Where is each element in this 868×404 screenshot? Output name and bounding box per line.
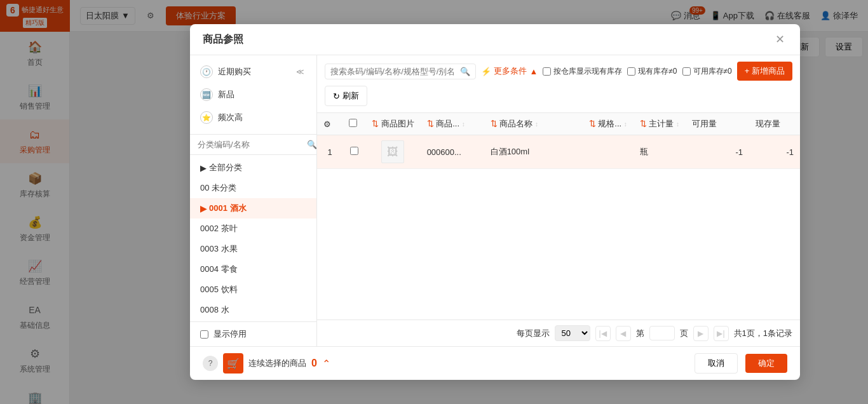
category-search-input[interactable] [198,140,304,149]
left-panel: 🕐 近期购买 ≪ 🆕 新品 ⭐ 频次高 🔍 [190,55,317,346]
quick-link-frequent[interactable]: ⭐ 频次高 [190,106,316,129]
category-0003[interactable]: 0003 水果 [190,239,316,259]
th-stock: 现存量 [749,113,800,135]
cell-spec [583,135,634,169]
filter-arrow-icon: ▲ [529,67,538,76]
table-body: 1 🖼 000600... 白酒100ml 瓶 [317,135,800,169]
select-all-checkbox[interactable] [349,119,357,127]
search-icon[interactable]: 🔍 [460,67,470,76]
category-0004[interactable]: 0004 零食 [190,259,316,279]
cell-name: 白酒100ml [484,135,583,169]
filter-button[interactable]: ⚡ 更多条件 ▲ [481,65,538,77]
recent-icon: 🕐 [200,65,213,78]
arrow-icon: ▶ [200,163,207,173]
selected-count: 0 [311,358,317,369]
th-gear: ⚙ [317,113,342,135]
total-pages-text: 共1页，1条记录 [734,328,792,339]
category-all[interactable]: ▶ 全部分类 [190,158,316,178]
cell-unit: 瓶 [634,135,686,169]
cancel-button[interactable]: 取消 [695,353,738,374]
warehouse-checkbox-label: 按仓库显示现有库存 [543,66,622,77]
modal-close-button[interactable]: ✕ [772,32,787,47]
th-name[interactable]: ⇅ 商品名称 [484,113,583,135]
cell-code: 000600... [421,135,484,169]
category-0005[interactable]: 0005 饮料 [190,279,316,300]
collapse-footer-button[interactable]: ⌃ [322,358,330,370]
category-search[interactable]: 🔍 [190,135,316,155]
th-image: ⇅ 商品图片 [365,113,421,135]
show-disabled-area: 显示停用 [190,321,316,346]
search-input[interactable] [330,67,458,76]
cell-stock: -1 [749,135,800,169]
product-image: 🖼 [381,140,404,163]
available-notzero-checkbox-label: 可用库存≠0 [682,66,732,77]
th-unit[interactable]: ⇅ 主计量 [634,113,686,135]
table-container: ⚙ ⇅ 商品图片 ⇅ [317,113,800,169]
th-code[interactable]: ⇅ 商品... [421,113,484,135]
stock-notzero-checkbox[interactable] [627,67,635,76]
modal-footer: ? 🛒 连续选择的商品 0 ⌃ 取消 确定 [190,346,800,380]
show-disabled-checkbox[interactable] [200,330,208,339]
next-page-button[interactable]: ▶ [693,326,709,341]
quick-link-recent[interactable]: 🕐 近期购买 ≪ [190,60,316,83]
footer-left: ? 🛒 连续选择的商品 0 ⌃ [203,353,687,374]
confirm-button[interactable]: 确定 [745,354,787,373]
refresh-icon: ↻ [333,91,340,101]
star-icon: ⭐ [200,111,213,124]
search-box[interactable]: 🔍 [325,64,476,79]
toolbar: 🔍 ⚡ 更多条件 ▲ 按仓库显示现有库存 现有库存≠0 可用库存≠0 [317,55,800,113]
table-header: ⚙ ⇅ 商品图片 ⇅ [317,113,800,135]
add-product-button[interactable]: + 新增商品 [737,62,792,81]
category-list: ▶ 全部分类 00 未分类 ▶ 0001 酒水 0002 茶叶 0003 水果 [190,155,316,321]
cart-button[interactable]: 🛒 [223,353,243,374]
product-table: ⚙ ⇅ 商品图片 ⇅ [317,113,800,169]
th-spec[interactable]: ⇅ 规格... [583,113,634,135]
th-available: 可用量 [686,113,749,135]
gear-icon[interactable]: ⚙ [323,119,331,129]
cell-image: 🖼 [365,135,421,169]
modal-header: 商品参照 ✕ [190,24,800,55]
product-reference-modal: 商品参照 ✕ 🕐 近期购买 ≪ 🆕 新品 ⭐ 频次高 [190,24,800,380]
refresh-button[interactable]: ↻ 刷新 [325,86,367,106]
help-button[interactable]: ? [203,356,218,371]
row-checkbox[interactable] [350,147,358,155]
first-page-button[interactable]: |◀ [595,326,611,341]
modal-title: 商品参照 [203,33,243,46]
table-row[interactable]: 1 🖼 000600... 白酒100ml 瓶 [317,135,800,169]
new-icon: 🆕 [200,88,213,101]
table-area: ⚙ ⇅ 商品图片 ⇅ [317,113,800,320]
category-search-icon[interactable]: 🔍 [307,140,317,149]
category-0001[interactable]: ▶ 0001 酒水 [190,198,316,219]
cell-checkbox [342,135,365,169]
modal-body: 🕐 近期购买 ≪ 🆕 新品 ⭐ 频次高 🔍 [190,55,800,346]
category-0002[interactable]: 0002 茶叶 [190,219,316,239]
quick-links: 🕐 近期购买 ≪ 🆕 新品 ⭐ 频次高 [190,55,316,135]
last-page-button[interactable]: ▶| [714,326,729,341]
page-input[interactable]: 1 [649,326,675,340]
sort-icon: ⇅ [372,119,379,128]
warehouse-checkbox[interactable] [543,67,551,76]
th-checkbox [342,113,365,135]
prev-page-button[interactable]: ◀ [616,326,631,341]
available-notzero-checkbox[interactable] [682,67,691,76]
pagination: 每页显示 50 20 100 |◀ ◀ 第 1 页 ▶ ▶| 共1页，1条记录 [317,320,800,346]
category-0008[interactable]: 0008 水 [190,300,316,320]
collapse-left-icon[interactable]: ≪ [294,65,306,78]
cell-available: -1 [686,135,749,169]
page-size-select[interactable]: 50 20 100 [555,325,590,341]
active-arrow-icon: ▶ [200,204,207,213]
quick-link-new[interactable]: 🆕 新品 [190,83,316,106]
right-panel: 🔍 ⚡ 更多条件 ▲ 按仓库显示现有库存 现有库存≠0 可用库存≠0 [317,55,800,346]
cell-seq: 1 [317,135,342,169]
filter-icon: ⚡ [481,67,491,76]
category-00[interactable]: 00 未分类 [190,178,316,198]
stock-notzero-checkbox-label: 现有库存≠0 [627,66,677,77]
